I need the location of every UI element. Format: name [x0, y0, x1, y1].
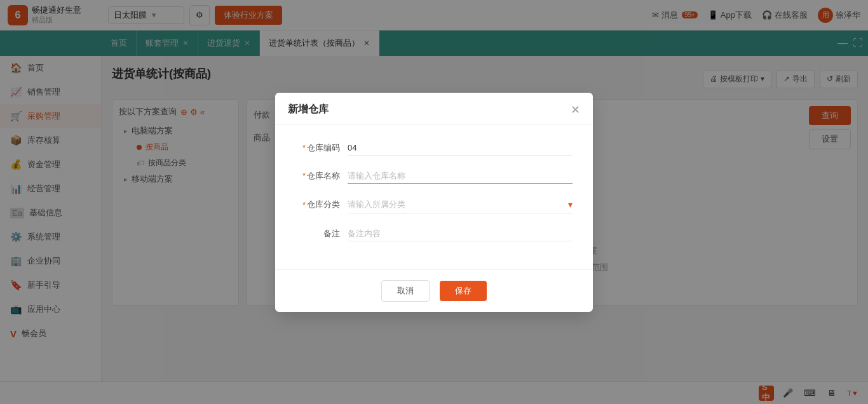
remark-input[interactable] — [348, 226, 573, 241]
warehouse-code-label: * 仓库编码 — [295, 142, 340, 154]
dialog-close-button[interactable]: ✕ — [571, 103, 580, 117]
dialog-header: 新增仓库 ✕ — [275, 93, 593, 125]
warehouse-category-label: * 仓库分类 — [295, 199, 340, 210]
category-dropdown-icon: ▾ — [568, 199, 573, 210]
dialog-body: * 仓库编码 * 仓库名称 * 仓库分类 请输入所属 — [275, 125, 593, 269]
warehouse-name-input[interactable] — [348, 168, 573, 184]
modal-overlay: 新增仓库 ✕ * 仓库编码 * 仓库名称 — [0, 0, 868, 404]
cancel-button[interactable]: 取消 — [381, 280, 430, 302]
warehouse-category-placeholder: 请输入所属分类 — [348, 199, 568, 210]
warehouse-category-row: * 仓库分类 请输入所属分类 ▾ — [295, 196, 573, 213]
new-warehouse-dialog: 新增仓库 ✕ * 仓库编码 * 仓库名称 — [275, 93, 593, 312]
warehouse-category-select[interactable]: 请输入所属分类 ▾ — [348, 196, 573, 213]
save-button[interactable]: 保存 — [440, 281, 487, 301]
dialog-footer: 取消 保存 — [275, 269, 593, 312]
dialog-title: 新增仓库 — [288, 103, 329, 116]
remark-label: 备注 — [295, 228, 340, 239]
warehouse-code-input[interactable] — [348, 140, 573, 156]
warehouse-name-label: * 仓库名称 — [295, 170, 340, 182]
remark-row: 备注 — [295, 226, 573, 241]
warehouse-name-row: * 仓库名称 — [295, 168, 573, 184]
warehouse-code-row: * 仓库编码 — [295, 140, 573, 156]
